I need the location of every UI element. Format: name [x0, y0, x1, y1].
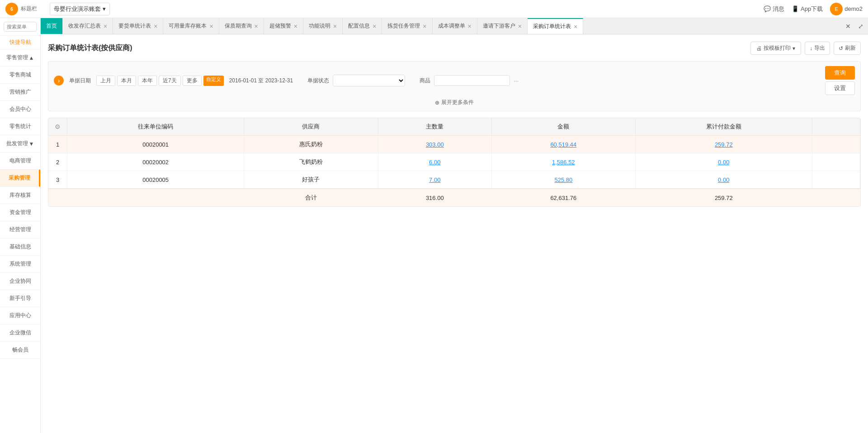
tab-close-icon[interactable]: × [468, 23, 472, 30]
tab-overstock-warning[interactable]: 超储预警 × [264, 18, 303, 34]
column-supplier: 供应商 [244, 118, 378, 136]
filter-settings-button[interactable]: 设置 [825, 81, 855, 95]
date-btn-more[interactable]: 更多 [183, 76, 202, 86]
expand-icon: ⊕ [435, 100, 439, 106]
sidebar-item-wholesale-mgmt[interactable]: 批发管理 ▼ [0, 135, 40, 152]
sidebar-item-enterprise-wechat[interactable]: 企业微信 [0, 324, 40, 342]
sidebar-item-member-center[interactable]: 会员中心 [0, 101, 40, 118]
sidebar-item-quick-nav[interactable]: 快捷导航 [0, 36, 40, 49]
filter-toggle-button[interactable]: › [54, 76, 64, 86]
user-profile[interactable]: E demo2 [830, 3, 863, 15]
sidebar-item-retail-mgmt[interactable]: 零售管理 ▲ [0, 49, 40, 67]
sidebar-item-label: 畅会员 [12, 347, 28, 353]
tab-invite-downstream[interactable]: 邀请下游客户 × [477, 18, 528, 34]
row-paid[interactable]: 0.00 [635, 153, 812, 171]
app-download-button[interactable]: 📱 App下载 [792, 5, 823, 13]
row-qty[interactable]: 7.00 [378, 171, 491, 189]
expand-filter-button[interactable]: ⊕ 展开更多条件 [435, 99, 474, 106]
refresh-button[interactable]: ↺ 刷新 [834, 42, 861, 55]
print-button[interactable]: 🖨 按模板打印 ▾ [750, 42, 801, 55]
tab-config-info[interactable]: 配置信息 × [343, 18, 382, 34]
tab-close-icon[interactable]: × [104, 23, 107, 30]
tab-function-desc[interactable]: 功能说明 × [303, 18, 343, 34]
sidebar-item-purchase-mgmt[interactable]: 采购管理 [0, 170, 40, 187]
top-bar: 6 标题栏 母婴行业演示账套 ▾ 💬 消息 📱 App下载 E demo2 [0, 0, 868, 18]
tab-close-icon[interactable]: × [423, 23, 426, 30]
tab-label: 保质期查询 [225, 22, 252, 30]
maximize-button[interactable]: ⤢ [855, 21, 866, 32]
tab-label: 邀请下游客户 [483, 22, 515, 30]
sidebar-item-inventory-check[interactable]: 库存核算 [0, 187, 40, 204]
tab-close-icon[interactable]: × [333, 23, 337, 30]
tab-close-icon[interactable]: × [518, 23, 522, 30]
tab-available-stock[interactable]: 可用量库存账本 × [163, 18, 219, 34]
sidebar-item-retail-stats[interactable]: 零售统计 [0, 118, 40, 135]
sidebar-item-marketing[interactable]: 营销推广 [0, 84, 40, 101]
row-qty[interactable]: 303.00 [378, 136, 491, 153]
workspace-selector[interactable]: 母婴行业演示账套 ▾ [50, 3, 110, 15]
goods-more-icon[interactable]: ··· [514, 77, 519, 84]
tab-order-summary[interactable]: 要货单统计表 × [113, 18, 163, 34]
sidebar-item-vip-member[interactable]: 畅会员 [0, 342, 40, 359]
tab-bar-actions: ✕ ⤢ [843, 21, 868, 32]
sidebar-item-finance-mgmt[interactable]: 资金管理 [0, 204, 40, 221]
row-paid[interactable]: 259.72 [635, 136, 812, 153]
goods-input[interactable] [434, 75, 510, 86]
date-separator: 至 [258, 77, 265, 84]
row-amount[interactable]: 60,519.44 [492, 136, 636, 153]
settings-icon[interactable]: ⚙ [55, 123, 61, 130]
tab-close-icon[interactable]: × [574, 23, 577, 30]
tab-close-icon[interactable]: × [209, 23, 213, 30]
sidebar-item-new-guide[interactable]: 新手引导 [0, 290, 40, 307]
message-button[interactable]: 💬 消息 [764, 5, 784, 13]
sidebar-item-label: 营销推广 [9, 89, 31, 95]
sidebar-item-label: 新手引导 [9, 295, 31, 301]
tab-close-icon[interactable]: × [294, 23, 297, 30]
logo-text: 标题栏 [21, 5, 37, 13]
row-amount[interactable]: 525.80 [492, 171, 636, 189]
sidebar-item-system-mgmt[interactable]: 系统管理 [0, 256, 40, 273]
tab-label: 采购订单统计表 [533, 23, 571, 30]
tab-picking-task[interactable]: 拣货任务管理 × [382, 18, 432, 34]
table-footer: 合计 316.00 62,631.76 259.72 [48, 189, 860, 206]
data-table-container: ⚙ 往来单位编码 供应商 主数量 金额 累计付款金额 1 [48, 118, 861, 207]
column-settings[interactable]: ⚙ [48, 118, 67, 136]
row-paid[interactable]: 0.00 [635, 171, 812, 189]
tab-purchase-summary[interactable]: 采购订单统计表 × [528, 18, 583, 34]
tab-close-icon[interactable]: × [255, 23, 258, 30]
date-btn-last-month[interactable]: 上月 [96, 76, 115, 86]
sidebar-item-operations-mgmt[interactable]: 经营管理 [0, 221, 40, 238]
tab-close-icon[interactable]: × [373, 23, 376, 30]
table-body: 1 00020001 惠氏奶粉 303.00 60,519.44 259.72 … [48, 136, 860, 189]
status-select[interactable] [333, 75, 405, 86]
tab-income-summary[interactable]: 收发存汇总表 × [63, 18, 113, 34]
close-tab-button[interactable]: ✕ [843, 21, 854, 32]
filter-row-1: › 单据日期 上月 本月 本年 近7天 更多 自定义 2016-01-01 至 [54, 66, 855, 95]
tab-home[interactable]: 首页 [41, 18, 63, 34]
row-amount[interactable]: 1,586.52 [492, 153, 636, 171]
export-button[interactable]: ↓ 导出 [805, 42, 830, 55]
row-qty[interactable]: 6.00 [378, 153, 491, 171]
tab-label: 配置信息 [348, 22, 370, 30]
sidebar-item-label: 基础信息 [9, 243, 31, 250]
sidebar-item-app-center[interactable]: 应用中心 [0, 307, 40, 324]
sidebar-item-label: 经营管理 [9, 226, 31, 233]
search-input[interactable] [4, 22, 37, 32]
sidebar-item-basic-info[interactable]: 基础信息 [0, 238, 40, 256]
page-header: 采购订单统计表(按供应商) 🖨 按模板打印 ▾ ↓ 导出 ↺ 刷新 [48, 42, 861, 55]
sidebar-item-ecommerce-mgmt[interactable]: 电商管理 [0, 152, 40, 170]
tab-expiry-query[interactable]: 保质期查询 × [219, 18, 264, 34]
content-area: 首页 收发存汇总表 × 要货单统计表 × 可用量库存账本 × 保质期查询 × 超… [41, 18, 868, 433]
sidebar-item-enterprise-collab[interactable]: 企业协同 [0, 273, 40, 290]
date-btn-this-month[interactable]: 本月 [117, 76, 136, 86]
sidebar-item-retail-shop[interactable]: 零售商城 [0, 67, 40, 84]
search-button[interactable]: 查询 [825, 66, 855, 80]
tab-close-icon[interactable]: × [154, 23, 157, 30]
sidebar-item-label: 应用中心 [9, 312, 31, 319]
date-btn-this-year[interactable]: 本年 [138, 76, 157, 86]
tab-cost-adjust[interactable]: 成本调整单 × [433, 18, 477, 34]
date-btn-7days[interactable]: 近7天 [159, 76, 181, 86]
table-header: ⚙ 往来单位编码 供应商 主数量 金额 累计付款金额 [48, 118, 860, 136]
svg-text:6: 6 [10, 7, 13, 12]
footer-qty: 316.00 [378, 189, 491, 206]
